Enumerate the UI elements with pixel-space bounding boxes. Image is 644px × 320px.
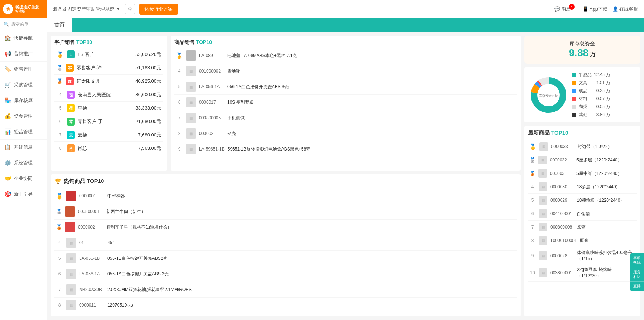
legend-value-semifinished: 12.45 万 bbox=[594, 72, 610, 78]
new-product-img-6: ▦ bbox=[539, 209, 547, 218]
hot-product-code-7: NB2.0X30B bbox=[79, 287, 105, 292]
legend-label-stationery: 文具 bbox=[579, 80, 587, 86]
medal-icon-2: 🥈 bbox=[57, 65, 63, 71]
legend-color-semifinished bbox=[572, 73, 576, 77]
search-label: 搜索菜单 bbox=[11, 21, 28, 27]
top-product-right-row-3: 5 ▦ LA-056-1A 056-1A白色按键开关盖ABS 3壳 bbox=[174, 79, 517, 95]
sidebar-item-purchase[interactable]: 🛒 采购管理 bbox=[0, 77, 47, 93]
new-product-row-3: 🥉 ▦ 0000031 5厘中纤（1220*2440） bbox=[528, 167, 637, 180]
sidebar-item-finance[interactable]: 💰 资金管理 bbox=[0, 108, 47, 124]
sidebar-item-inventory[interactable]: 🏪 库存核算 bbox=[0, 93, 47, 108]
img-placeholder-icon: ▦ bbox=[541, 158, 545, 162]
sidebar-item-label: 基础信息 bbox=[14, 144, 33, 151]
stock-chart-panel: 库存资金占比 半成品 12.45 万 文具 1.01 万 bbox=[524, 67, 640, 122]
legend-item-material: 材料 0.07 万 bbox=[572, 96, 610, 102]
sidebar-item-marketing[interactable]: 📢 营销推广 bbox=[0, 46, 47, 62]
product-code-1: LA-089 bbox=[199, 53, 224, 58]
sidebar-item-label: 系统管理 bbox=[14, 160, 33, 166]
hot-product-img-8: ▦ bbox=[66, 300, 76, 310]
hot-rank-6: 6 bbox=[56, 271, 63, 276]
system-title: 装备及固定资产辅助管理系统 bbox=[53, 6, 114, 12]
message-badge: 6 bbox=[569, 4, 575, 10]
hot-product-code-1: 0000001 bbox=[79, 193, 105, 198]
new-product-row-1: 🥇 ▦ 0000033 封边带（1.0*22） bbox=[528, 140, 637, 153]
hot-medal-3: 🥉 bbox=[56, 224, 62, 230]
hot-product-row-1: 🥇 0000001 中华神器 bbox=[54, 188, 517, 204]
cs-float: 客服 热线 服务 社区 直播 bbox=[630, 253, 644, 291]
hot-product-img-1 bbox=[66, 191, 76, 201]
new-product-code-2: 0000032 bbox=[550, 157, 574, 163]
sidebar-item-guide[interactable]: 🎯 新手引导 bbox=[0, 186, 47, 202]
rank-badge-1: L bbox=[67, 50, 75, 58]
sidebar-item-basics[interactable]: 📋 基础信息 bbox=[0, 140, 47, 155]
stock-legend: 半成品 12.45 万 文具 1.01 万 成品 0.25 万 bbox=[572, 72, 610, 118]
service-label: 在线客服 bbox=[619, 6, 638, 12]
hot-products-panel: 🏆 热销商品 TOP10 🥇 0000001 中华神器 🥈 000500001 … bbox=[51, 174, 521, 316]
purchase-icon: 🛒 bbox=[4, 82, 11, 88]
rank-num: 6 bbox=[176, 100, 183, 105]
tab-home[interactable]: 首页 bbox=[47, 18, 72, 32]
product-placeholder-icon: ▦ bbox=[70, 272, 73, 276]
sales-ranking-panel: 客户销售 TOP10 🥇 L LS 客户 53,006.26元 🥈 零 零售客户… bbox=[51, 36, 167, 171]
sidebar-item-quick[interactable]: 🏠 快捷导航 bbox=[0, 30, 47, 46]
settings-button[interactable]: ⚙ bbox=[125, 4, 135, 14]
sidebar-item-label: 经营管理 bbox=[14, 128, 33, 135]
sidebar-item-sales[interactable]: 🏷️ 销售管理 bbox=[0, 62, 47, 77]
cs-hotline-label: 客服 bbox=[632, 255, 643, 260]
rank-badge-7: 云 bbox=[67, 131, 75, 139]
product-placeholder-icon: ▦ bbox=[189, 147, 193, 151]
cs-community[interactable]: 服务 社区 bbox=[630, 267, 644, 282]
rank-badge-4: 苍 bbox=[67, 91, 75, 99]
rank-value-4: 36,600.00元 bbox=[135, 91, 161, 98]
product-placeholder-icon: ▦ bbox=[70, 257, 73, 260]
product-placeholder-icon: ▦ bbox=[70, 288, 73, 292]
cs-hotline[interactable]: 客服 热线 bbox=[630, 253, 644, 267]
hot-product-img-6: ▦ bbox=[66, 269, 76, 279]
top-product-right-row-4: 6 ▦ 0000017 10S 变刹罗殿 bbox=[174, 95, 517, 110]
sidebar-item-operations[interactable]: 📊 经营管理 bbox=[0, 124, 47, 140]
legend-label-meat: 肉类 bbox=[579, 104, 587, 110]
rank-value-5: 33,333.00元 bbox=[135, 105, 161, 111]
img-placeholder-icon: ▦ bbox=[541, 172, 545, 175]
app-download-nav[interactable]: 📱 App下载 bbox=[583, 6, 607, 12]
new-product-name-2: 5厘多层（1220*2440） bbox=[576, 157, 635, 163]
rank-value-8: 7,563.00元 bbox=[138, 145, 161, 152]
new-product-row-10: 10 ▦ 003800001 22g鱼豆腐-烧烤味（1*12*20） bbox=[528, 264, 637, 282]
hot-product-img-5: ▦ bbox=[66, 253, 76, 263]
new-product-img-4: ▦ bbox=[539, 182, 547, 191]
message-nav[interactable]: 💬 消息 6 bbox=[554, 6, 578, 12]
img-placeholder-icon: ▦ bbox=[542, 254, 545, 258]
hot-product-code-6: LA-056-1A bbox=[79, 271, 105, 276]
new-product-row-9: 9 ▦ 0000028 体健嘉枝味苏打饮品400毫升（1*15） bbox=[528, 247, 637, 264]
nav-tabs: 首页 bbox=[47, 18, 644, 32]
rank-name-5: 星扬 bbox=[78, 105, 133, 111]
sidebar-item-system[interactable]: ⚙️ 系统管理 bbox=[0, 155, 47, 171]
new-product-code-6: 004100001 bbox=[550, 211, 574, 216]
rank-badge-2: 零 bbox=[66, 64, 74, 72]
new-rank-6: 6 bbox=[529, 211, 536, 216]
medal-icon-3: 🥉 bbox=[57, 78, 63, 84]
hot-product-img-4: ▦ bbox=[66, 238, 76, 248]
cs-live[interactable]: 直播 bbox=[630, 282, 644, 291]
rank-num-7: 7 bbox=[57, 132, 64, 138]
hot-product-img-7: ▦ bbox=[66, 284, 76, 295]
new-rank-10: 10 bbox=[529, 270, 536, 275]
hot-product-name-2: 新西兰牛肉（新牛） bbox=[106, 209, 515, 215]
trial-button[interactable]: 体验行业方案 bbox=[139, 4, 178, 15]
rank-name-4: 苍南县人民医院 bbox=[78, 91, 133, 98]
search-menu[interactable]: 🔍 搜索菜单 bbox=[0, 18, 47, 30]
product-name-3: 056-1A白色按键开关盖ABS 3壳 bbox=[227, 84, 515, 90]
sidebar-item-collab[interactable]: 🤝 企业协同 bbox=[0, 171, 47, 186]
stock-total-label: 库存总资金 bbox=[529, 41, 635, 47]
system-title-dropdown[interactable]: 装备及固定资产辅助管理系统 ▼ bbox=[53, 6, 121, 12]
online-service-nav[interactable]: 👤 在线客服 bbox=[612, 6, 638, 12]
sidebar-item-label: 库存核算 bbox=[14, 97, 33, 104]
product-img-5: ▦ bbox=[186, 113, 196, 123]
rank-badge-6: 零 bbox=[67, 118, 75, 126]
new-product-code-3: 0000031 bbox=[550, 171, 574, 176]
rank-num: 7 bbox=[176, 115, 183, 120]
legend-color-other bbox=[572, 113, 576, 117]
legend-value-stationery: 1.01 万 bbox=[596, 80, 611, 86]
dropdown-arrow-icon: ▼ bbox=[116, 6, 121, 12]
hot-product-code-2: 000500001 bbox=[78, 209, 103, 214]
